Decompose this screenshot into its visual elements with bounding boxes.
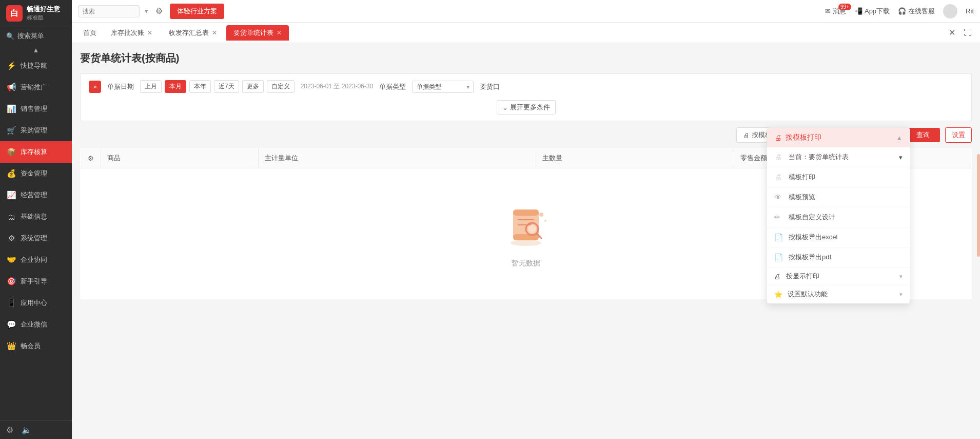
query-btn[interactable]: 查询 <box>906 128 940 142</box>
tab-close-icon[interactable]: ✕ <box>277 29 282 36</box>
scroll-up-btn[interactable]: ▲ <box>0 45 72 55</box>
username-label[interactable]: Rit <box>966 7 974 15</box>
app-download-label: App下载 <box>865 7 890 16</box>
dropdown-display-print[interactable]: 🖨 按显示打印 ▾ <box>767 268 910 285</box>
headset-icon: 🎧 <box>898 7 906 15</box>
date-range-text: 2023-06-01 至 2023-06-30 <box>301 82 373 91</box>
display-print-icon: 🖨 <box>774 273 781 280</box>
current-template-label: 当前：要货单统计表 <box>789 152 849 162</box>
order-type-select-wrapper: 单据类型 <box>412 81 474 93</box>
dropdown-default-func[interactable]: ⭐ 设置默认功能 ▾ <box>767 285 910 303</box>
date-btn-7days[interactable]: 近7天 <box>214 80 239 93</box>
dropdown-item-template-preview[interactable]: 👁 模板预览 <box>767 187 910 207</box>
dropdown-up-icon: ▲ <box>896 134 903 142</box>
dropdown-item-export-excel[interactable]: 📄 按模板导出excel <box>767 227 910 247</box>
tab-label: 收发存汇总表 <box>169 28 209 37</box>
dropdown-item-template-design[interactable]: ✏ 模板自定义设计 <box>767 207 910 227</box>
sidebar-item-collab[interactable]: 🤝 企业协同 <box>0 249 72 271</box>
sidebar-item-inventory[interactable]: 📦 库存核算 <box>0 141 72 163</box>
tab-maximize-btn[interactable]: ⛶ <box>962 27 974 39</box>
col-qty: 主数量 <box>536 148 734 168</box>
date-btn-prev-month[interactable]: 上月 <box>140 80 162 93</box>
tab-close-icon[interactable]: ✕ <box>147 29 152 36</box>
sidebar-item-sales[interactable]: 📊 销售管理 <box>0 98 72 120</box>
sidebar-item-purchase[interactable]: 🛒 采购管理 <box>0 120 72 141</box>
sidebar-item-member[interactable]: 👑 畅会员 <box>0 335 72 357</box>
date-btn-more[interactable]: 更多 <box>242 80 264 93</box>
tab-label: 库存批次账 <box>111 28 144 37</box>
message-icon: ✉ <box>825 7 831 15</box>
tab-close-icon[interactable]: ✕ <box>212 29 217 36</box>
date-group: 上月 本月 本年 近7天 更多 自定义 <box>140 80 295 93</box>
display-print-chevron: ▾ <box>899 273 903 280</box>
topbar-right: ✉ 消息 99+ 📲 App下载 🎧 在线客服 Rit <box>825 4 974 18</box>
tab-close-all-btn[interactable]: ✕ <box>947 27 957 39</box>
settings-btn[interactable]: 设置 <box>945 127 972 143</box>
topbar-search-input[interactable] <box>78 5 140 17</box>
order-type-select[interactable]: 单据类型 <box>412 81 474 93</box>
tab-receipt-summary[interactable]: 收发存汇总表 ✕ <box>162 25 224 41</box>
settings-icon[interactable]: ⚙ <box>6 425 13 435</box>
order-category-label: 要货口 <box>480 82 500 91</box>
dropdown-current-template[interactable]: 🖨 当前：要货单统计表 ▾ <box>767 147 910 167</box>
display-print-left: 🖨 按显示打印 <box>774 272 819 281</box>
export-excel-label: 按模板导出excel <box>789 233 837 242</box>
order-type-label: 单据类型 <box>379 82 406 91</box>
topbar-chevron-icon[interactable]: ▾ <box>145 7 148 15</box>
dropdown-header[interactable]: 🖨 按模板打印 ▲ <box>767 128 910 147</box>
filter-bar: » 单据日期 上月 本月 本年 近7天 更多 自定义 2023-06-01 至 … <box>80 73 972 121</box>
sidebar-item-basic[interactable]: 🗂 基础信息 <box>0 206 72 227</box>
tab-label: 要货单统计表 <box>233 28 273 37</box>
sidebar-item-wechat[interactable]: 💬 企业微信 <box>0 314 72 335</box>
dropdown-item-export-pdf[interactable]: 📄 按模板导出pdf <box>767 247 910 268</box>
finance-icon: 💰 <box>6 168 16 179</box>
sidebar-item-guide[interactable]: 🎯 新手引导 <box>0 271 72 292</box>
sales-icon: 📊 <box>6 104 16 114</box>
filter-row: » 单据日期 上月 本月 本年 近7天 更多 自定义 2023-06-01 至 … <box>89 80 963 93</box>
avatar[interactable] <box>943 4 957 18</box>
sidebar-item-operation[interactable]: 📈 经营管理 <box>0 184 72 206</box>
logo-text: 畅通好生意 标准版 <box>27 5 60 21</box>
sidebar-item-label: 销售管理 <box>21 104 47 113</box>
sidebar-item-system[interactable]: ⚙ 系统管理 <box>0 227 72 249</box>
scrollbar-handle[interactable] <box>977 154 980 257</box>
sound-icon[interactable]: 🔈 <box>22 425 32 435</box>
sidebar-item-label: 畅会员 <box>21 341 41 351</box>
svg-point-9 <box>539 213 543 217</box>
industry-btn[interactable]: 体验行业方案 <box>170 4 224 19</box>
template-design-label: 模板自定义设计 <box>789 213 835 222</box>
topbar-gear-icon[interactable]: ⚙ <box>155 6 163 16</box>
expand-more-btn[interactable]: ⌄ 展开更多条件 <box>497 100 556 114</box>
col-settings[interactable]: ⚙ <box>81 148 101 168</box>
topbar: ▾ ⚙ 体验行业方案 ✉ 消息 99+ 📲 App下载 🎧 在线客服 Rit <box>72 0 980 23</box>
quick-nav-icon: ⚡ <box>6 61 16 71</box>
sidebar-item-marketing[interactable]: 📢 营销推广 <box>0 77 72 98</box>
date-btn-custom[interactable]: 自定义 <box>267 80 295 93</box>
action-bar: 🖨 按模板打印 ▲ ↑ 导出 ↻ 刷新 ··· 查询 设置 <box>80 127 972 143</box>
marketing-icon: 📢 <box>6 82 16 92</box>
date-btn-this-month[interactable]: 本月 <box>165 80 186 93</box>
dropdown-item-template-print[interactable]: 🖨 模板打印 <box>767 167 910 187</box>
purchase-icon: 🛒 <box>6 125 16 136</box>
online-service-btn[interactable]: 🎧 在线客服 <box>898 7 935 16</box>
tab-inventory-batch[interactable]: 库存批次账 ✕ <box>104 25 160 41</box>
sidebar-search[interactable]: 🔍 搜索菜单 <box>0 27 72 45</box>
template-print-label: 模板打印 <box>789 173 815 182</box>
online-service-label: 在线客服 <box>908 7 935 16</box>
app-download-icon: 📲 <box>854 7 863 15</box>
tab-home[interactable]: 首页 <box>78 25 102 41</box>
sidebar-item-label: 企业微信 <box>21 320 47 329</box>
empty-illustration <box>500 199 552 251</box>
sidebar-item-quick-nav[interactable]: ⚡ 快捷导航 <box>0 55 72 77</box>
empty-text: 暂无数据 <box>512 259 540 268</box>
message-btn[interactable]: ✉ 消息 99+ <box>825 7 846 16</box>
sidebar-item-apps[interactable]: 📱 应用中心 <box>0 292 72 314</box>
date-btn-this-year[interactable]: 本年 <box>189 80 211 93</box>
display-print-label: 按显示打印 <box>786 272 819 281</box>
apps-icon: 📱 <box>6 298 16 308</box>
sidebar-item-finance[interactable]: 💰 资金管理 <box>0 163 72 184</box>
col-unit: 主计量单位 <box>258 148 536 168</box>
tab-order-stats[interactable]: 要货单统计表 ✕ <box>226 25 289 41</box>
app-download-btn[interactable]: 📲 App下载 <box>854 7 890 16</box>
filter-toggle-btn[interactable]: » <box>89 81 101 93</box>
